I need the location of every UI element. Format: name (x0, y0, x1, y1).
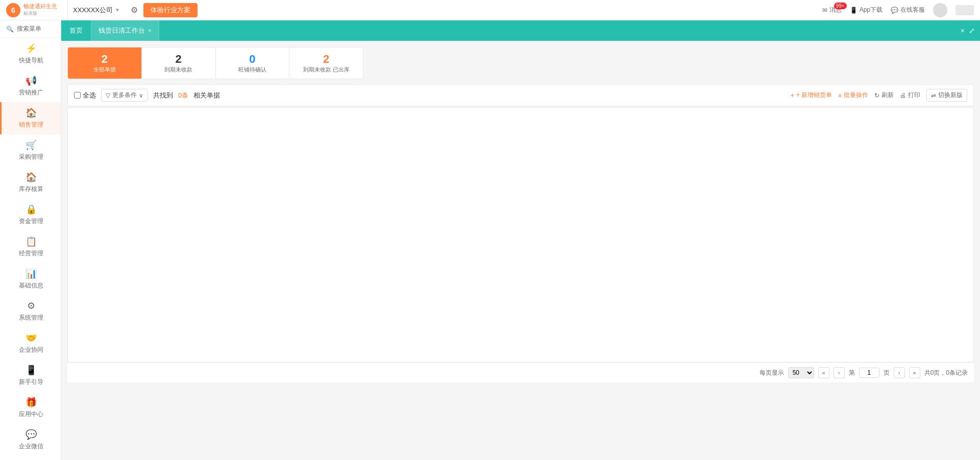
avatar[interactable] (933, 3, 947, 17)
tab-home[interactable]: 首页 (61, 20, 91, 41)
sidebar-item-inventory[interactable]: 🏠 库存核算 (0, 166, 61, 199)
stat-num-all: 2 (102, 53, 108, 66)
page-size-label: 每页显示 (760, 369, 784, 377)
stat-tab-overdue-shipped[interactable]: 2 到期未收款 已出库 (289, 47, 363, 79)
batch-operation-button[interactable]: ≡ 批量操作 (838, 91, 868, 100)
sidebar-item-enterprise[interactable]: 🤝 企业协同 (0, 327, 61, 359)
page-label: 第 (849, 369, 855, 377)
tab-close-icon[interactable]: × (148, 27, 152, 34)
settings-icon[interactable]: ⚙ (125, 1, 143, 19)
sales-icon: 🏠 (26, 107, 37, 118)
tab-controls: × ⤢ (955, 27, 980, 35)
sidebar-item-quick-nav[interactable]: ⚡ 快捷导航 (0, 38, 61, 70)
tab-current[interactable]: 钱货日清工作台 × (91, 20, 159, 41)
stat-label-pending: 旺铺待确认 (238, 66, 266, 74)
sidebar-item-label: 系统管理 (19, 313, 43, 322)
stat-num-overdue: 2 (176, 53, 182, 66)
refresh-button[interactable]: ↻ 刷新 (874, 91, 894, 100)
filter-button[interactable]: ▽ 更多条件 ∨ (101, 89, 148, 102)
add-sales-order-button[interactable]: + + 新增销货单 (791, 91, 832, 100)
stat-tab-overdue[interactable]: 2 到期未收款 (142, 47, 216, 79)
sidebar-item-marketing[interactable]: 📢 营销推广 (0, 70, 61, 102)
page-number-input[interactable] (859, 368, 879, 378)
app-icon: 📱 (850, 7, 857, 14)
service-label: 在线客服 (900, 6, 925, 14)
tab-maximize-icon[interactable]: ⤢ (969, 27, 975, 35)
sidebar-item-purchase[interactable]: 🛒 采购管理 (0, 134, 61, 166)
select-all-checkbox[interactable]: 全选 (74, 91, 96, 100)
prev-page-button[interactable]: ‹ (834, 367, 845, 378)
sidebar-item-app-center[interactable]: 🎁 应用中心 (0, 392, 61, 424)
stat-num-pending: 0 (249, 53, 255, 66)
sidebar-item-label: 经营管理 (19, 249, 43, 258)
top-header: 6 畅捷通好生意 标准版 XXXXXX公司 ▼ ⚙ 体验行业方案 ✉ 消息 99… (0, 0, 980, 20)
page-suffix: 页 (884, 369, 890, 377)
inventory-icon: 🏠 (26, 172, 37, 183)
basic-info-icon: 📊 (26, 268, 37, 279)
refresh-icon: ↻ (874, 92, 879, 99)
header-right: ✉ 消息 99+ 📱 App下载 💬 在线客服 (822, 3, 974, 17)
sidebar-item-finance[interactable]: 🔒 资金管理 (0, 199, 61, 231)
sidebar-item-label: 销售管理 (19, 120, 43, 129)
app-center-icon: 🎁 (26, 397, 37, 408)
sidebar-item-label: 资金管理 (19, 217, 43, 226)
select-all-input[interactable] (74, 92, 81, 99)
toolbar-right: + + 新增销货单 ≡ 批量操作 ↻ 刷新 🖨 打印 ⇌ 切换新版 (791, 89, 967, 102)
table-area (67, 107, 974, 362)
pagination: 每页显示 50 20 100 « ‹ 第 页 › » 共0页，0条记录 (67, 362, 974, 382)
sidebar-item-wechat[interactable]: 💬 企业微信 (0, 424, 61, 456)
search-icon: 🔍 (6, 26, 14, 33)
batch-icon: ≡ (838, 92, 842, 99)
purchase-icon: 🛒 (26, 139, 37, 151)
stat-tabs: 2 全部单据 2 到期未收款 0 旺铺待确认 2 到期未收款 已出库 (67, 47, 363, 79)
app-download-button[interactable]: 📱 App下载 (850, 6, 883, 14)
filter-count-highlight: 0条 (178, 91, 188, 100)
sidebar-item-label: 应用中心 (19, 410, 43, 419)
system-icon: ⚙ (27, 300, 35, 311)
sidebar-item-label: 新手引导 (19, 378, 43, 386)
logo-text: 畅捷通好生意 (23, 3, 57, 10)
sidebar-item-basic-info[interactable]: 📊 基础信息 (0, 263, 61, 295)
last-page-button[interactable]: » (909, 367, 920, 378)
company-selector[interactable]: XXXXXX公司 ▼ (67, 0, 125, 20)
logo-icon: 6 (6, 3, 20, 17)
logo-sub: 标准版 (23, 10, 57, 17)
tab-minimize-icon[interactable]: × (961, 27, 965, 35)
sidebar-item-label: 营销推广 (19, 88, 43, 97)
page-size-select[interactable]: 50 20 100 (788, 367, 814, 378)
search-menu-item[interactable]: 🔍 搜索菜单 (0, 20, 61, 38)
filter-icon: ▽ (106, 92, 110, 99)
trial-button[interactable]: 体验行业方案 (143, 3, 198, 17)
print-button[interactable]: 🖨 打印 (900, 91, 920, 100)
message-icon: ✉ (822, 7, 827, 14)
sidebar-item-newbie[interactable]: 📱 新手引导 (0, 359, 61, 392)
stat-tab-all[interactable]: 2 全部单据 (68, 47, 142, 79)
company-name: XXXXXX公司 (73, 6, 113, 15)
add-label: + 新增销货单 (796, 91, 832, 100)
sidebar-item-label: 库存核算 (19, 185, 43, 193)
chevron-icon: ∨ (139, 92, 143, 99)
marketing-icon: 📢 (26, 75, 37, 86)
next-page-button[interactable]: › (894, 367, 905, 378)
stat-tab-pending[interactable]: 0 旺铺待确认 (216, 47, 290, 79)
tab-bar: 首页 钱货日清工作台 × × ⤢ (61, 20, 980, 41)
logo-area: 6 畅捷通好生意 标准版 (6, 3, 67, 17)
newbie-icon: 📱 (26, 365, 37, 376)
online-service-button[interactable]: 💬 在线客服 (891, 6, 925, 14)
sidebar-item-operation[interactable]: 📋 经营管理 (0, 231, 61, 263)
service-icon: 💬 (891, 7, 898, 14)
switch-version-button[interactable]: ⇌ 切换新版 (926, 89, 967, 102)
sidebar-item-system[interactable]: ⚙ 系统管理 (0, 295, 61, 327)
enterprise-icon: 🤝 (26, 332, 37, 344)
first-page-button[interactable]: « (818, 367, 829, 378)
sidebar-item-label: 基础信息 (19, 281, 43, 290)
sidebar-item-member[interactable]: V 畅会员 (0, 456, 61, 460)
wechat-icon: 💬 (26, 429, 37, 440)
message-button[interactable]: ✉ 消息 99+ (822, 6, 842, 14)
stat-label-overdue: 到期未收款 (164, 66, 192, 74)
avatar-placeholder (955, 5, 974, 15)
batch-label: 批量操作 (844, 91, 868, 100)
sidebar-item-label: 企业微信 (19, 442, 43, 451)
sidebar-item-sales[interactable]: 🏠 销售管理 (0, 102, 61, 134)
finance-icon: 🔒 (26, 204, 37, 215)
